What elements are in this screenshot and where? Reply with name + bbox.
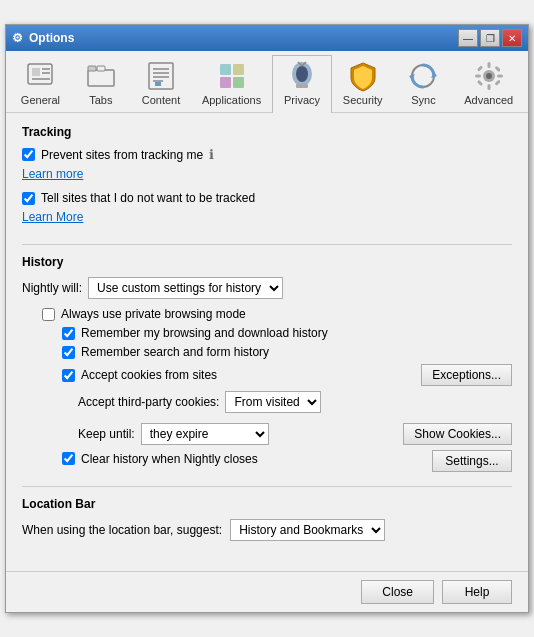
minimize-button[interactable]: —	[458, 29, 478, 47]
tabs-icon	[85, 60, 117, 92]
svg-rect-30	[475, 75, 481, 78]
keep-until-dropdown[interactable]: they expire I close Firefox ask me every…	[141, 423, 269, 445]
advanced-tab-label: Advanced	[464, 94, 513, 106]
history-section: History Nightly will: Use custom setting…	[22, 255, 512, 472]
svg-point-19	[296, 66, 308, 82]
divider-1	[22, 244, 512, 245]
clear-history-label: Clear history when Nightly closes	[81, 452, 258, 466]
svg-rect-31	[497, 75, 503, 78]
content-panel: Tracking Prevent sites from tracking me …	[6, 113, 528, 567]
svg-rect-14	[220, 64, 231, 75]
tab-advanced[interactable]: Advanced	[453, 55, 524, 112]
options-window: ⚙ Options — ❐ ✕ General	[5, 24, 529, 613]
tracking-title: Tracking	[22, 125, 512, 139]
security-tab-label: Security	[343, 94, 383, 106]
accept-cookies-row: Accept cookies from sites Exceptions...	[22, 364, 512, 386]
tab-tabs[interactable]: Tabs	[71, 55, 131, 112]
remember-search-row: Remember search and form history	[62, 345, 512, 359]
svg-rect-22	[296, 84, 308, 88]
applications-tab-label: Applications	[202, 94, 261, 106]
tab-applications[interactable]: Applications	[191, 55, 272, 112]
svg-rect-1	[32, 68, 40, 76]
help-button[interactable]: Help	[442, 580, 512, 604]
tab-security[interactable]: Security	[332, 55, 393, 112]
applications-icon	[216, 60, 248, 92]
accept-cookies-checkbox[interactable]	[62, 369, 75, 382]
svg-rect-33	[494, 66, 500, 72]
close-button[interactable]: Close	[361, 580, 434, 604]
always-private-label: Always use private browsing mode	[61, 307, 246, 321]
keep-until-row: Keep until: they expire I close Firefox …	[22, 423, 512, 445]
remember-search-label: Remember search and form history	[81, 345, 269, 359]
sync-tab-label: Sync	[411, 94, 435, 106]
tab-privacy[interactable]: Privacy	[272, 55, 332, 113]
clear-history-row: Clear history when Nightly closes	[62, 452, 258, 466]
nightly-will-label: Nightly will:	[22, 281, 82, 295]
learn-more-1-link[interactable]: Learn more	[22, 167, 83, 181]
remember-browsing-label: Remember my browsing and download histor…	[81, 326, 328, 340]
privacy-icon	[286, 60, 318, 92]
always-private-row: Always use private browsing mode	[42, 307, 512, 321]
tell-sites-label: Tell sites that I do not want to be trac…	[41, 191, 255, 205]
suggest-label: When using the location bar, suggest:	[22, 523, 222, 537]
advanced-icon	[473, 60, 505, 92]
third-party-label: Accept third-party cookies:	[78, 395, 219, 409]
tabs-tab-label: Tabs	[89, 94, 112, 106]
history-title: History	[22, 255, 512, 269]
tab-general[interactable]: General	[10, 55, 71, 112]
prevent-tracking-row: Prevent sites from tracking me ℹ	[22, 147, 512, 162]
accept-cookies-label: Accept cookies from sites	[81, 368, 217, 382]
keep-until-label: Keep until:	[78, 427, 135, 441]
svg-rect-7	[97, 66, 105, 71]
tab-bar: General Tabs	[6, 51, 528, 113]
content-icon	[145, 60, 177, 92]
divider-2	[22, 486, 512, 487]
learn-more-2-link[interactable]: Learn More	[22, 210, 83, 224]
window-title: Options	[29, 31, 74, 45]
clear-history-checkbox[interactable]	[62, 452, 75, 465]
prevent-tracking-label: Prevent sites from tracking me	[41, 148, 203, 162]
settings-button[interactable]: Settings...	[432, 450, 512, 472]
exceptions-button[interactable]: Exceptions...	[421, 364, 512, 386]
third-party-row: Accept third-party cookies: From visited…	[78, 391, 321, 413]
suggest-dropdown[interactable]: History and Bookmarks History Bookmarks …	[230, 519, 385, 541]
close-window-button[interactable]: ✕	[502, 29, 522, 47]
show-cookies-button[interactable]: Show Cookies...	[403, 423, 512, 445]
location-suggest-row: When using the location bar, suggest: Hi…	[22, 519, 512, 541]
accept-cookies-left: Accept cookies from sites	[62, 368, 217, 382]
keep-left: Keep until: they expire I close Firefox …	[78, 423, 269, 445]
sync-icon	[407, 60, 439, 92]
window-icon: ⚙	[12, 31, 23, 45]
tab-content[interactable]: Content	[131, 55, 191, 112]
svg-rect-6	[88, 66, 96, 71]
general-tab-label: General	[21, 94, 60, 106]
third-party-dropdown[interactable]: From visited Always Never	[225, 391, 321, 413]
remember-browsing-checkbox[interactable]	[62, 327, 75, 340]
svg-rect-5	[88, 70, 114, 86]
info-icon: ℹ	[209, 147, 214, 162]
prevent-tracking-checkbox[interactable]	[22, 148, 35, 161]
history-dropdown[interactable]: Use custom settings for history Remember…	[88, 277, 283, 299]
tell-sites-checkbox[interactable]	[22, 192, 35, 205]
always-private-checkbox[interactable]	[42, 308, 55, 321]
svg-rect-29	[487, 84, 490, 90]
restore-button[interactable]: ❐	[480, 29, 500, 47]
svg-rect-13	[155, 82, 161, 86]
svg-rect-34	[477, 80, 483, 86]
location-bar-section: Location Bar When using the location bar…	[22, 497, 512, 541]
svg-rect-15	[233, 64, 244, 75]
svg-rect-28	[487, 62, 490, 68]
svg-rect-35	[494, 79, 500, 85]
title-bar: ⚙ Options — ❐ ✕	[6, 25, 528, 51]
remember-browsing-row: Remember my browsing and download histor…	[62, 326, 512, 340]
tell-sites-row: Tell sites that I do not want to be trac…	[22, 191, 512, 205]
general-icon	[24, 60, 56, 92]
svg-rect-16	[220, 77, 231, 88]
tab-sync[interactable]: Sync	[393, 55, 453, 112]
remember-search-checkbox[interactable]	[62, 346, 75, 359]
footer: Close Help	[6, 571, 528, 612]
privacy-tab-label: Privacy	[284, 94, 320, 106]
security-icon	[347, 60, 379, 92]
svg-rect-17	[233, 77, 244, 88]
svg-rect-32	[477, 65, 483, 71]
